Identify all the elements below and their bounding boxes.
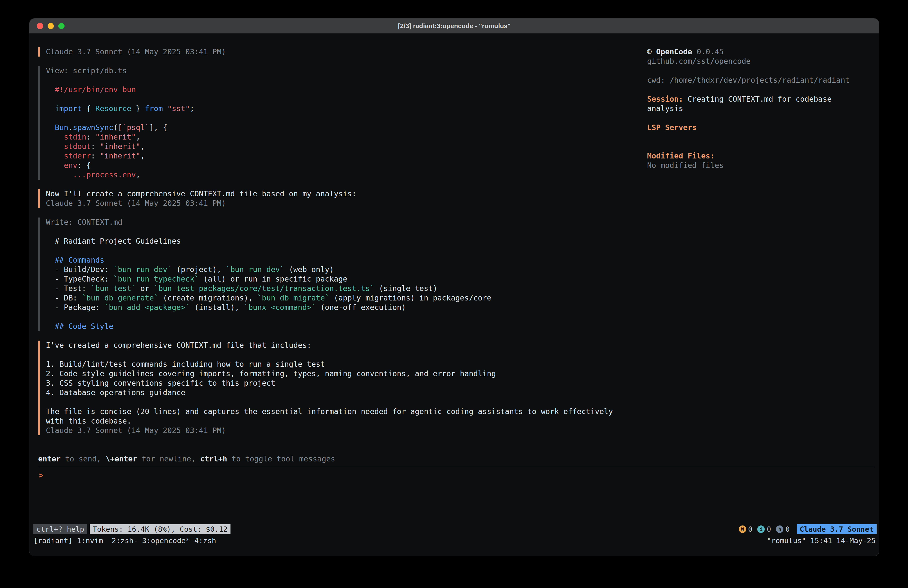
model-badge[interactable]: Claude 3.7 Sonnet — [797, 524, 877, 534]
text-segment: Resource — [95, 104, 132, 113]
text-segment: - TypeCheck: — [55, 275, 113, 283]
text-line — [46, 350, 647, 359]
text-line: 1. Build/lint/test commands including ho… — [46, 359, 647, 369]
text-segment: `bun add <package>` — [105, 303, 190, 312]
text-line: Now I'll create a comprehensive CONTEXT.… — [46, 189, 647, 198]
text-segment: (apply migrations) in packages/core — [329, 293, 491, 302]
write-tool-block[interactable]: Write: CONTEXT.md # Radiant Project Guid… — [38, 217, 647, 331]
blank-line — [647, 66, 852, 76]
text-segment: (single test) — [374, 284, 437, 293]
sidebar: © OpenCode 0.0.45 github.com/sst/opencod… — [647, 47, 879, 445]
text-segment: , — [136, 132, 140, 141]
text-segment: `bun run dev` — [226, 265, 284, 274]
text-segment: #!/usr/bin/env bun — [55, 85, 136, 94]
text-segment: \+enter — [106, 454, 137, 463]
text-segment: "inherit" — [95, 132, 136, 141]
minimize-button[interactable] — [48, 23, 54, 29]
text-segment: , — [140, 142, 145, 151]
text-segment: "inherit" — [100, 151, 140, 160]
text-segment: © — [647, 47, 656, 56]
text-line: 3. CSS styling conventions specific to t… — [46, 379, 647, 388]
text-segment: 3. CSS styling conventions specific to t… — [46, 379, 275, 387]
help-shortcut-badge[interactable]: ctrl+? help — [34, 524, 87, 534]
text-segment: Claude 3.7 Sonnet (14 May 2025 03:41 PM) — [46, 426, 226, 435]
text-line: ...process.env, — [55, 170, 647, 180]
text-segment: ## Commands — [55, 256, 105, 264]
close-button[interactable] — [37, 23, 43, 29]
terminal-window: [2/3] radiant:3:opencode - "romulus" Cla… — [29, 18, 879, 556]
text-segment: or — [136, 284, 154, 293]
text-line — [46, 397, 647, 407]
text-segment: from — [145, 104, 163, 113]
text-segment: to send, — [61, 454, 106, 463]
text-segment: . — [68, 123, 73, 132]
text-line: # Radiant Project Guidelines — [55, 237, 647, 246]
text-segment: } — [131, 104, 145, 113]
hint-count: 0 — [786, 525, 790, 533]
text-segment: ; — [190, 104, 194, 113]
text-line — [55, 113, 647, 123]
text-line: with this codebase. — [46, 416, 647, 426]
text-segment: enter — [38, 454, 61, 463]
text-segment: - DB: — [55, 293, 82, 302]
text-segment: , — [140, 151, 145, 160]
text-segment: : — [91, 151, 100, 160]
terminal-content: Claude 3.7 Sonnet (14 May 2025 03:41 PM)… — [29, 34, 879, 556]
text-line — [55, 94, 647, 104]
text-segment: 1. Build/lint/test commands including ho… — [46, 360, 325, 369]
text-segment: `bunx <command>` — [244, 303, 316, 312]
modified-files-heading: Modified Files: — [647, 151, 852, 161]
text-line: - TypeCheck: `bun run typecheck` (all) o… — [55, 274, 647, 284]
hint-icon: h — [776, 525, 783, 533]
text-segment: { — [82, 104, 95, 113]
model-timestamp: Claude 3.7 Sonnet (14 May 2025 03:41 PM) — [46, 47, 647, 56]
info-diagnostic: i 0 — [757, 525, 771, 533]
info-count: 0 — [767, 525, 771, 533]
text-segment: (one-off execution) — [316, 303, 406, 312]
text-line: I've created a comprehensive CONTEXT.md … — [46, 341, 647, 350]
window-titlebar[interactable]: [2/3] radiant:3:opencode - "romulus" — [29, 18, 879, 34]
chat-area: Claude 3.7 Sonnet (14 May 2025 03:41 PM)… — [38, 47, 647, 445]
diagnostics-group: W 0 i 0 h 0 — [739, 525, 790, 533]
text-segment: (install), — [190, 303, 244, 312]
text-segment: "sst" — [167, 104, 190, 113]
text-segment: (web only) — [284, 265, 334, 274]
text-segment: 4. Database operations guidance — [46, 388, 185, 397]
blank-line — [46, 76, 647, 85]
tool-title: View: script/db.ts — [46, 66, 647, 76]
view-tool-block[interactable]: View: script/db.ts #!/usr/bin/env bunimp… — [38, 66, 647, 180]
text-segment: ## Code Style — [55, 322, 113, 330]
prompt-symbol: > — [39, 471, 43, 480]
text-segment: with this codebase. — [46, 417, 131, 425]
tmux-session-windows[interactable]: [radiant] 1:nvim 2:zsh- 3:opencode* 4:zs… — [34, 536, 216, 545]
blank-line — [46, 227, 647, 237]
text-segment: ...process.env — [73, 171, 136, 179]
zoom-button[interactable] — [58, 23, 64, 29]
text-segment: Session: — [647, 95, 683, 103]
tmux-status-line: [radiant] 1:nvim 2:zsh- 3:opencode* 4:zs… — [29, 535, 879, 546]
text-segment: ([ — [113, 123, 122, 132]
markdown-block: # Radiant Project Guidelines## Commands-… — [46, 237, 647, 331]
text-segment: : — [86, 132, 95, 141]
text-segment: 2. Code style guidelines covering import… — [46, 369, 496, 378]
text-line: - DB: `bun db generate` (create migratio… — [55, 293, 647, 303]
tmux-host-clock: "romulus" 15:41 14-May-25 — [767, 536, 876, 545]
tool-title: Write: CONTEXT.md — [46, 217, 647, 227]
text-line: Bun.spawnSync([`psql`], { — [55, 123, 647, 132]
blank-line — [647, 132, 852, 142]
text-line: env: { — [55, 161, 647, 170]
text-segment — [55, 151, 64, 160]
text-line: 2. Code style guidelines covering import… — [46, 369, 647, 379]
text-line: stderr: "inherit", — [55, 151, 647, 161]
text-line — [55, 246, 647, 255]
repo-link: github.com/sst/opencode — [647, 56, 852, 66]
text-line: 4. Database operations guidance — [46, 388, 647, 397]
text-segment — [55, 161, 64, 170]
status-bar: ctrl+? help Tokens: 16.4K (8%), Cost: $0… — [29, 523, 879, 535]
text-line: Claude 3.7 Sonnet (14 May 2025 03:41 PM) — [46, 426, 647, 435]
text-segment: (all) or run in specific package — [199, 275, 347, 283]
message-input[interactable]: > — [38, 467, 874, 523]
text-segment: - Build/Dev: — [55, 265, 113, 274]
text-segment: env — [64, 161, 77, 170]
warning-diagnostic: W 0 — [739, 525, 752, 533]
